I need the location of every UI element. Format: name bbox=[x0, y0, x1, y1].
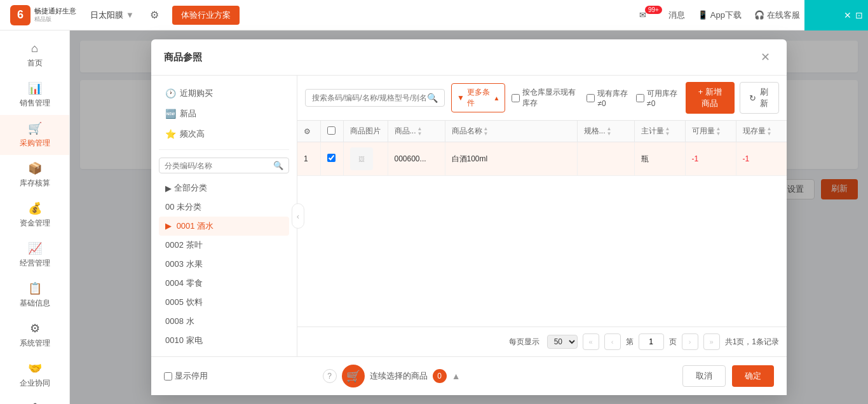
sales-icon: 📊 bbox=[28, 81, 42, 95]
recent-buy-nav-item[interactable]: 🕐 近期购买 bbox=[159, 83, 289, 104]
confirm-button[interactable]: 确定 bbox=[732, 365, 774, 387]
category-search-input[interactable] bbox=[165, 161, 273, 170]
modal-title: 商品参照 bbox=[164, 51, 202, 64]
logo-area: 6 畅捷通好生意 精品版 bbox=[10, 5, 80, 25]
modal-close-button[interactable]: ✕ bbox=[756, 48, 774, 66]
available-stock-filter[interactable]: 可用库存≠0 bbox=[636, 88, 679, 108]
category-item-snacks[interactable]: 0004 零食 bbox=[159, 274, 289, 293]
sidebar-item-operations[interactable]: 📈 经营管理 bbox=[0, 235, 69, 275]
last-page-btn[interactable]: » bbox=[703, 333, 720, 350]
category-fruit-label: 0003 水果 bbox=[165, 259, 203, 269]
sidebar-item-home[interactable]: ⌂ 首页 bbox=[0, 36, 69, 75]
category-all-item[interactable]: ▶ 全部分类 bbox=[159, 178, 289, 198]
footer-collapse-btn[interactable]: ▲ bbox=[452, 371, 461, 381]
product-search-icon[interactable]: 🔍 bbox=[427, 93, 438, 103]
table-row[interactable]: 1 🖼 bbox=[297, 142, 787, 176]
spec-sort-arrows: ▲▼ bbox=[607, 126, 612, 137]
filter-more-btn[interactable]: ▼ 更多条件 ▲ bbox=[451, 83, 505, 112]
page-number-input[interactable] bbox=[639, 333, 664, 350]
active-cat-arrow: ▶ bbox=[165, 221, 172, 231]
left-sidebar: ⌂ 首页 📊 销售管理 🛒 采购管理 📦 库存核算 💰 资金管理 📈 经营管理 … bbox=[0, 30, 70, 404]
category-item-beverages[interactable]: 0005 饮料 bbox=[159, 293, 289, 312]
per-page-select[interactable]: 50 bbox=[547, 335, 578, 349]
operations-icon: 📈 bbox=[28, 241, 42, 255]
sidebar-item-guide[interactable]: 🎓 新手引导 bbox=[0, 395, 69, 404]
prev-page-btn[interactable]: ‹ bbox=[604, 333, 621, 350]
add-product-button[interactable]: + 新增商品 bbox=[686, 82, 735, 114]
system-icon: ⚙ bbox=[30, 321, 40, 335]
sidebar-item-enterprise[interactable]: 🤝 企业协同 bbox=[0, 355, 69, 395]
sidebar-item-basic-info[interactable]: 📋 基础信息 bbox=[0, 275, 69, 315]
help-icon-btn[interactable]: ? bbox=[323, 369, 337, 383]
product-search-bar[interactable]: 🔍 bbox=[305, 89, 445, 107]
category-item-tea[interactable]: 0002 茶叶 bbox=[159, 236, 289, 255]
app-download-nav-item[interactable]: 📱 App下载 bbox=[698, 10, 742, 21]
modal-header: 商品参照 ✕ bbox=[151, 39, 787, 76]
sidebar-item-finance[interactable]: 💰 资金管理 bbox=[0, 195, 69, 235]
category-item-water[interactable]: 0008 水 bbox=[159, 312, 289, 331]
product-search-input[interactable] bbox=[312, 93, 427, 102]
high-freq-nav-item[interactable]: ⭐ 频次高 bbox=[159, 124, 289, 144]
sidebar-item-system[interactable]: ⚙ 系统管理 bbox=[0, 315, 69, 355]
row-checkbox-cell[interactable] bbox=[320, 142, 343, 176]
footer-center-area: ? 🛒 连续选择的商品 0 ▲ bbox=[323, 365, 461, 387]
category-search-area[interactable]: 🔍 bbox=[159, 158, 289, 173]
refresh-button[interactable]: ↻ 刷新 bbox=[740, 82, 779, 114]
cancel-button[interactable]: 取消 bbox=[682, 365, 726, 387]
finance-icon: 💰 bbox=[28, 201, 42, 215]
name-sort-arrows: ▲▼ bbox=[484, 126, 489, 137]
category-item-fruit[interactable]: 0003 水果 bbox=[159, 255, 289, 274]
category-search-icon[interactable]: 🔍 bbox=[273, 161, 283, 170]
col-select-all[interactable] bbox=[320, 121, 343, 142]
category-item-liquor[interactable]: ▶ 0001 酒水 bbox=[159, 217, 289, 236]
col-spec[interactable]: 规格... ▲▼ bbox=[577, 121, 634, 142]
warehouse-stock-checkbox[interactable] bbox=[512, 94, 520, 102]
select-all-checkbox[interactable] bbox=[327, 126, 336, 135]
first-page-btn[interactable]: « bbox=[583, 333, 599, 350]
settings-col-icon[interactable]: ⚙ bbox=[304, 127, 311, 136]
col-product-code[interactable]: 商品... ▲▼ bbox=[388, 121, 445, 142]
row-image-cell: 🖼 bbox=[343, 142, 388, 176]
modal-right-panel: 🔍 ▼ 更多条件 ▲ 按仓库显示现有库存 bbox=[297, 76, 787, 356]
stock-sort-arrows: ▲▼ bbox=[767, 126, 772, 137]
col-unit[interactable]: 主计量 ▲▼ bbox=[634, 121, 685, 142]
show-disabled-label[interactable]: 显示停用 bbox=[164, 370, 208, 382]
sidebar-item-sales[interactable]: 📊 销售管理 bbox=[0, 75, 69, 115]
teal-expand-icon[interactable]: ⊡ bbox=[855, 10, 863, 20]
next-page-btn[interactable]: › bbox=[682, 333, 698, 350]
modal-toolbar: 🔍 ▼ 更多条件 ▲ 按仓库显示现有库存 bbox=[297, 76, 787, 121]
store-selector[interactable]: 日太阳膜 ▼ bbox=[90, 10, 134, 21]
current-stock-filter[interactable]: 现有库存≠0 bbox=[587, 88, 630, 108]
row-stock-cell: -1 bbox=[736, 142, 787, 176]
cart-icon-btn[interactable]: 🛒 bbox=[342, 365, 365, 387]
warehouse-stock-label: 按仓库显示现有库存 bbox=[522, 87, 580, 109]
row-checkbox[interactable] bbox=[327, 154, 336, 162]
col-settings[interactable]: ⚙ bbox=[297, 121, 320, 142]
experience-btn[interactable]: 体验行业方案 bbox=[172, 6, 240, 25]
online-service-nav-item[interactable]: 🎧 在线客服 bbox=[754, 10, 800, 21]
message-nav-item[interactable]: ✉ 99+ 消息 bbox=[639, 10, 685, 21]
current-stock-checkbox[interactable] bbox=[587, 94, 595, 102]
col-product-name[interactable]: 商品名称 ▲▼ bbox=[445, 121, 577, 142]
teal-close-icon[interactable]: ✕ bbox=[844, 10, 851, 20]
sidebar-item-purchase[interactable]: 🛒 采购管理 bbox=[0, 115, 69, 155]
show-disabled-checkbox[interactable] bbox=[164, 372, 172, 380]
left-panel-collapse-btn[interactable]: ‹ bbox=[292, 203, 304, 229]
category-item-appliances[interactable]: 0010 家电 bbox=[159, 331, 289, 349]
sidebar-item-basic-info-label: 基础信息 bbox=[20, 298, 50, 309]
available-stock-checkbox[interactable] bbox=[636, 94, 644, 102]
sidebar-item-inventory[interactable]: 📦 库存核算 bbox=[0, 155, 69, 195]
new-items-nav-item[interactable]: 🆕 新品 bbox=[159, 104, 289, 124]
warehouse-stock-filter[interactable]: 按仓库显示现有库存 bbox=[512, 87, 580, 109]
show-disabled-text: 显示停用 bbox=[175, 370, 208, 382]
code-sort-arrows: ▲▼ bbox=[417, 126, 423, 137]
col-stock[interactable]: 现存量 ▲▼ bbox=[736, 121, 787, 142]
clock-icon: 🕐 bbox=[165, 88, 176, 98]
image-placeholder-icon: 🖼 bbox=[358, 156, 365, 163]
app-download-label: App下载 bbox=[710, 10, 742, 21]
settings-nav-icon[interactable]: ⚙ bbox=[144, 5, 165, 25]
col-available[interactable]: 可用量 ▲▼ bbox=[685, 121, 736, 142]
sidebar-item-inventory-label: 库存核算 bbox=[20, 178, 50, 189]
category-item-unclassified[interactable]: 00 未分类 bbox=[159, 198, 289, 217]
sidebar-item-enterprise-label: 企业协同 bbox=[20, 378, 50, 389]
